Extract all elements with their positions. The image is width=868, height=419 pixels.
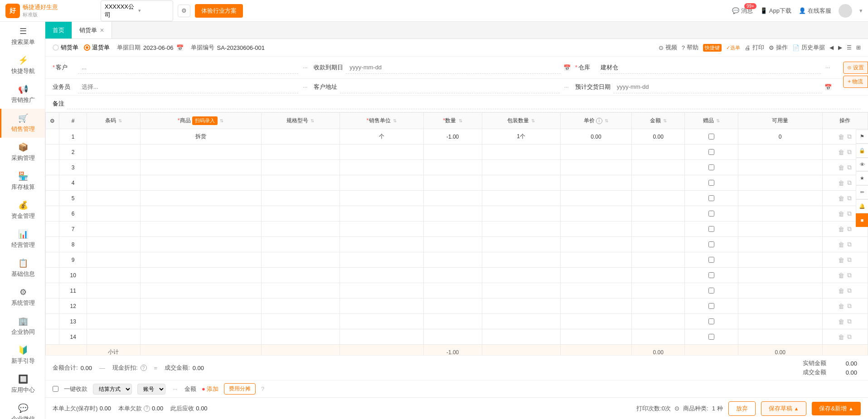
payment-help-icon[interactable]: ? (261, 385, 264, 392)
sidebar-item-search[interactable]: ☰ 搜索菜单 (0, 22, 45, 51)
delete-row-12-icon[interactable]: 🗑 (838, 303, 844, 310)
copy-row-2-icon[interactable]: ⧉ (847, 148, 852, 156)
delete-row-6-icon[interactable]: 🗑 (838, 210, 844, 217)
sidebar-item-basic-info[interactable]: 📋 基础信息 (0, 254, 45, 283)
app-download-button[interactable]: 📱 App下载 (760, 7, 791, 15)
delete-row-2-icon[interactable]: 🗑 (838, 149, 844, 156)
sidebar-item-marketing[interactable]: 📢 营销推广 (0, 80, 45, 109)
save-new-button[interactable]: 保存&新增 ▲ (812, 402, 861, 415)
delete-row-4-icon[interactable]: 🗑 (838, 179, 844, 187)
delete-row-7-icon[interactable]: 🗑 (838, 226, 844, 233)
scan-barcode-btn[interactable]: 扫码录入 (192, 116, 218, 125)
copy-row-3-icon[interactable]: ⧉ (847, 164, 852, 171)
salesperson-input[interactable] (78, 81, 298, 93)
gift-checkbox-10[interactable] (708, 272, 714, 278)
delete-row-11-icon[interactable]: 🗑 (838, 287, 844, 294)
gift-checkbox-13[interactable] (708, 318, 714, 324)
payment-due-input[interactable] (346, 61, 560, 74)
user-avatar[interactable] (839, 4, 852, 18)
add-payment-btn[interactable]: ● 添加 (202, 385, 218, 393)
remark-input[interactable] (67, 98, 861, 109)
grid-view-icon[interactable]: ⊞ (856, 44, 861, 51)
copy-row-5-icon[interactable]: ⧉ (847, 194, 852, 202)
customer-addr-input[interactable] (340, 81, 559, 93)
gift-checkbox-3[interactable] (708, 164, 714, 170)
cash-discount-info-icon[interactable]: ? (141, 365, 147, 371)
delivery-calendar-icon[interactable]: 📅 (824, 84, 832, 91)
copy-row-8-icon[interactable]: ⧉ (847, 241, 852, 248)
gift-checkbox-14[interactable] (708, 334, 714, 340)
right-float-bell[interactable]: 🔔 (856, 199, 868, 213)
sidebar-item-wechat[interactable]: 💬 企业微信 (0, 399, 45, 419)
radio-sales[interactable]: 销货单 (53, 43, 78, 52)
sidebar-item-guide[interactable]: 🔰 新手引导 (0, 341, 45, 370)
copy-row-13-icon[interactable]: ⧉ (847, 318, 852, 325)
right-float-eye[interactable]: 👁 (856, 158, 868, 171)
copy-row-1-icon[interactable]: ⧉ (847, 133, 852, 140)
right-float-edit[interactable]: ✏ (856, 185, 868, 199)
print-action[interactable]: 🖨 打印 (745, 43, 764, 52)
delete-row-1-icon[interactable]: 🗑 (838, 133, 844, 140)
gift-checkbox-1[interactable] (708, 134, 714, 140)
copy-row-11-icon[interactable]: ⧉ (847, 287, 852, 294)
copy-row-12-icon[interactable]: ⧉ (847, 302, 852, 310)
gift-checkbox-8[interactable] (708, 241, 714, 247)
th-settings[interactable]: ⚙ (46, 113, 59, 129)
addr-ellipsis-icon[interactable]: ··· (563, 84, 571, 90)
sidebar-item-quick-nav[interactable]: ⚡ 快捷导航 (0, 51, 45, 80)
expense-split-btn[interactable]: 费用分摊 (224, 383, 256, 395)
delete-row-3-icon[interactable]: 🗑 (838, 164, 844, 171)
delete-row-13-icon[interactable]: 🗑 (838, 318, 844, 325)
sidebar-item-enterprise[interactable]: 🏢 企业协同 (0, 312, 45, 341)
account-select[interactable]: 账号 (137, 384, 165, 395)
company-selector[interactable]: XXXXXX公司 ▾ (101, 0, 173, 21)
delivery-date-input[interactable] (613, 81, 822, 93)
shortcut-action[interactable]: 快捷键 (703, 44, 722, 52)
payment-due-calendar-icon[interactable]: 📅 (563, 64, 571, 71)
select-order-action[interactable]: ✓选单 (726, 44, 740, 51)
delete-row-8-icon[interactable]: 🗑 (838, 241, 844, 248)
copy-row-6-icon[interactable]: ⧉ (847, 210, 852, 217)
gift-checkbox-4[interactable] (708, 180, 714, 186)
copy-row-7-icon[interactable]: ⧉ (847, 225, 852, 233)
help-action[interactable]: ? 帮助 (682, 43, 698, 52)
user-menu[interactable]: ▾ (859, 7, 863, 14)
online-service-button[interactable]: 👤 在线客服 (799, 7, 831, 15)
right-float-flag[interactable]: ⚑ (856, 130, 868, 144)
trial-button[interactable]: 体验行业方案 (195, 4, 243, 18)
product-type-info-icon[interactable]: ⊙ (674, 405, 679, 412)
customer-input[interactable] (78, 61, 298, 74)
copy-row-4-icon[interactable]: ⧉ (847, 179, 852, 187)
warehouse-ellipsis-icon[interactable]: ··· (824, 64, 832, 71)
sidebar-item-finance[interactable]: 💰 资金管理 (0, 196, 45, 225)
tab-close-icon[interactable]: ✕ (100, 27, 104, 34)
settings-side-btn[interactable]: ⊙ 设置 (843, 62, 868, 74)
calc-method-select[interactable]: 结算方式 (93, 384, 132, 395)
radio-return[interactable]: 退货单 (84, 43, 110, 52)
logistics-side-btn[interactable]: + 物流 (843, 76, 868, 88)
settings-icon[interactable]: ⚙ (178, 5, 190, 17)
sidebar-item-inventory[interactable]: 🏪 库存核算 (0, 167, 45, 196)
delete-row-10-icon[interactable]: 🗑 (838, 272, 844, 279)
sidebar-item-operation[interactable]: 📊 经营管理 (0, 225, 45, 254)
customer-ellipsis-icon[interactable]: ··· (301, 64, 309, 71)
warehouse-value[interactable]: 建材仓 (601, 62, 821, 74)
save-draft-button[interactable]: 保存草稿 ▲ (761, 401, 807, 416)
sidebar-item-system[interactable]: ⚙ 系统管理 (0, 283, 45, 312)
copy-row-10-icon[interactable]: ⧉ (847, 271, 852, 279)
operate-action[interactable]: ⚙ 操作 (769, 43, 788, 52)
prev-nav-icon[interactable]: ◀ (829, 44, 834, 51)
history-action[interactable]: 📄 历史单据 (792, 43, 825, 52)
video-action[interactable]: ⊙ 视频 (659, 43, 677, 52)
tab-sales-order[interactable]: 销货单 ✕ (72, 22, 112, 39)
salesperson-ellipsis-icon[interactable]: ··· (301, 84, 309, 90)
one-click-payment-checkbox[interactable] (53, 386, 58, 392)
sidebar-item-purchase[interactable]: 📦 采购管理 (0, 138, 45, 167)
arrears-info-icon[interactable]: ? (144, 405, 150, 412)
account-ellipsis-icon[interactable]: ··· (171, 386, 179, 392)
gift-checkbox-9[interactable] (708, 257, 714, 263)
gift-checkbox-12[interactable] (708, 303, 714, 309)
gift-checkbox-5[interactable] (708, 195, 714, 201)
tab-home[interactable]: 首页 (45, 22, 72, 39)
delete-row-5-icon[interactable]: 🗑 (838, 195, 844, 202)
